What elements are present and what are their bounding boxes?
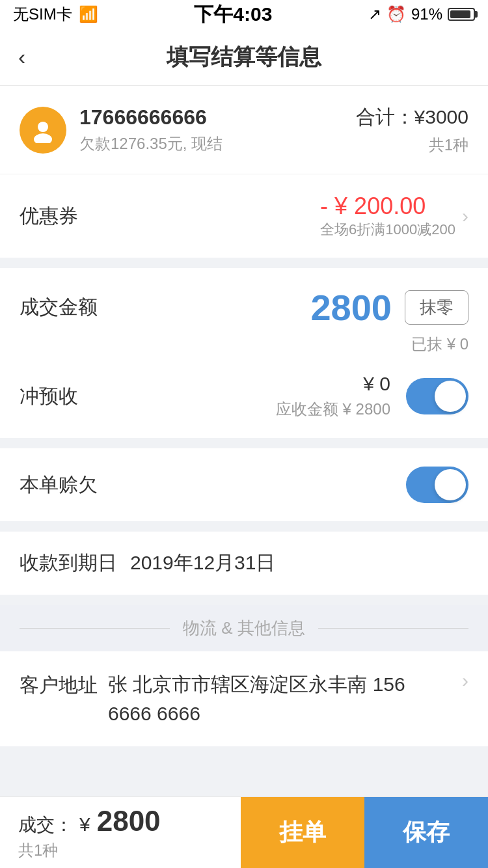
status-bar: 无SIM卡 📶 下午4:03 ↗ ⏰ 91% [0,0,488,29]
status-time: 下午4:03 [194,1,272,28]
hold-button[interactable]: 挂单 [241,797,364,869]
bottom-deal-label: 成交： [18,813,73,837]
deal-number: 2800 [310,286,392,329]
coupon-chevron-icon: › [462,205,468,227]
deal-amount-area: 2800 抹零 [310,286,468,329]
battery-fill [450,10,470,18]
total-amount: 合计：¥3000 [356,104,468,131]
deal-row: 成交金额 2800 抹零 [20,286,468,329]
round-button[interactable]: 抹零 [405,290,468,325]
coupon-label: 优惠券 [20,203,78,230]
bottom-summary: 成交： ¥ 2800 共1种 [0,805,241,861]
duedate-label: 收款到期日 [20,550,117,576]
duedate-value: 2019年12月31日 [130,550,275,576]
content-area: 17666666666 欠款1276.35元, 现结 合计：¥3000 共1种 … [0,86,488,835]
back-button[interactable]: ‹ [18,44,25,70]
customer-row: 17666666666 欠款1276.35元, 现结 合计：¥3000 共1种 [0,86,488,174]
customer-left: 17666666666 欠款1276.35元, 现结 [20,105,223,154]
advance-right: ¥ 0 应收金额 ¥ 2800 [276,373,468,420]
divider-line-left [20,628,170,629]
duedate-section: 收款到期日 2019年12月31日 [0,532,488,595]
toggle-knob [435,381,466,412]
logistics-label: 物流 & 其他信息 [183,617,305,640]
save-button[interactable]: 保存 [364,797,488,869]
customer-phone: 17666666666 [79,105,223,129]
coupon-amount-block: - ¥ 200.00 全场6折满1000减200 [320,193,455,239]
coupon-row[interactable]: 优惠券 - ¥ 200.00 全场6折满1000减200 › [0,174,488,258]
logistics-divider: 物流 & 其他信息 [0,605,488,651]
divider-line-right [318,628,468,629]
advance-toggle[interactable] [406,378,468,414]
nav-bar: ‹ 填写结算等信息 [0,29,488,86]
advance-amount: ¥ 0 [276,373,390,395]
status-right: ↗ ⏰ 91% [368,5,475,23]
avatar [20,107,66,154]
customer-right: 合计：¥3000 共1种 [356,104,468,156]
deal-sub: 已抹 ¥ 0 [20,334,468,355]
deal-section: 成交金额 2800 抹零 已抹 ¥ 0 冲预收 ¥ 0 应收金额 ¥ 2800 [0,268,488,438]
bottom-bar: 成交： ¥ 2800 共1种 挂单 保存 [0,796,488,868]
customer-info: 17666666666 欠款1276.35元, 现结 [79,105,223,154]
status-left: 无SIM卡 📶 [13,4,98,25]
total-types: 共1种 [356,135,468,156]
location-icon: ↗ [368,5,381,23]
bottom-deal-row: 成交： ¥ 2800 [18,805,223,837]
coupon-amount: - ¥ 200.00 [320,193,455,220]
svg-point-0 [38,122,48,132]
deal-label: 成交金额 [20,294,98,321]
credit-toggle-knob [435,469,466,500]
coupon-right: - ¥ 200.00 全场6折满1000减200 › [320,193,468,239]
page-title: 填写结算等信息 [167,42,321,72]
address-label: 客户地址 [20,670,98,699]
address-section[interactable]: 客户地址 张 北京市市辖区海淀区永丰南 156 6666 6666 › [0,651,488,746]
coupon-desc: 全场6折满1000减200 [320,220,455,239]
bottom-deal-amount: 2800 [97,805,161,837]
advance-sub: 应收金额 ¥ 2800 [276,399,390,420]
credit-label: 本单赊欠 [20,472,98,498]
advance-amount-col: ¥ 0 应收金额 ¥ 2800 [276,373,390,420]
customer-debt: 欠款1276.35元, 现结 [79,133,223,154]
bottom-deal-unit: ¥ [79,813,90,835]
advance-area: 冲预收 ¥ 0 应收金额 ¥ 2800 [20,373,468,420]
customer-card: 17666666666 欠款1276.35元, 现结 合计：¥3000 共1种 … [0,86,488,258]
wifi-icon: 📶 [79,5,98,23]
advance-row: 冲预收 ¥ 0 应收金额 ¥ 2800 [20,373,468,420]
advance-label: 冲预收 [20,383,78,410]
alarm-icon: ⏰ [386,5,406,23]
bottom-types: 共1种 [18,840,223,861]
carrier-text: 无SIM卡 [13,4,72,25]
credit-section: 本单赊欠 [0,448,488,521]
battery-bar [448,8,475,21]
svg-point-1 [34,133,52,143]
address-value: 张 北京市市辖区海淀区永丰南 156 6666 6666 [108,670,452,728]
address-chevron-icon: › [462,670,468,692]
credit-toggle[interactable] [406,467,468,503]
battery-percent: 91% [411,5,442,23]
